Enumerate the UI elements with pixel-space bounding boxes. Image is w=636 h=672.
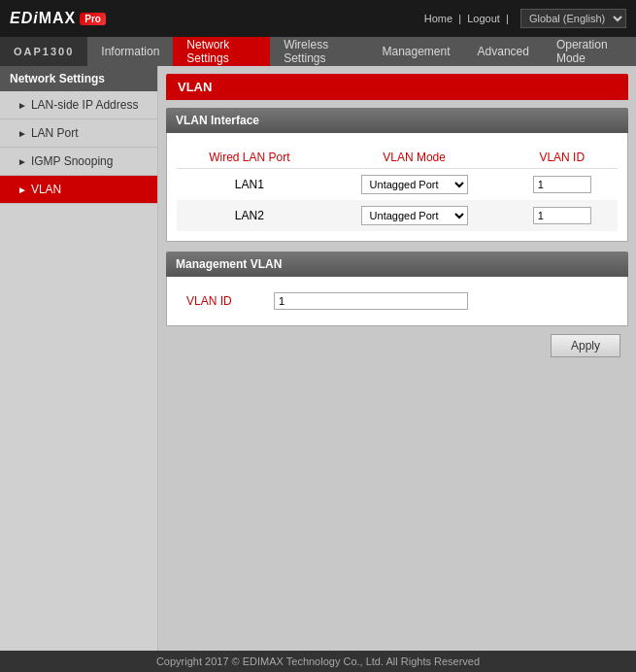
- mode-select-lan1[interactable]: Untagged Port Tagged Port Not Member: [361, 175, 468, 194]
- home-link[interactable]: Home: [424, 13, 452, 24]
- mgmt-vlan-id-label: VLAN ID: [177, 294, 274, 308]
- mode-lan2[interactable]: Untagged Port Tagged Port Not Member: [322, 200, 507, 231]
- vlan-interface-header: VLAN Interface: [166, 108, 628, 133]
- sidebar-item-vlan[interactable]: ► VLAN: [0, 176, 157, 204]
- mgmt-vlan-id-row: VLAN ID: [177, 286, 618, 316]
- main-layout: Network Settings ► LAN-side IP Address ►…: [0, 66, 636, 651]
- sidebar-item-igmp[interactable]: ► IGMP Snooping: [0, 148, 157, 176]
- footer-text: Copyright 2017 © EDIMAX Technology Co., …: [156, 655, 480, 667]
- vlan-table: Wired LAN Port VLAN Mode VLAN ID LAN1 Un…: [177, 147, 618, 231]
- mgmt-vlan-id-input[interactable]: [274, 292, 468, 310]
- management-vlan-body: VLAN ID: [166, 277, 628, 326]
- arrow-icon: ►: [17, 100, 27, 111]
- table-row: LAN1 Untagged Port Tagged Port Not Membe…: [177, 169, 618, 201]
- arrow-icon: ►: [17, 156, 27, 167]
- col-vlan-id: VLAN ID: [506, 147, 618, 169]
- top-nav: OAP1300 Information Network Settings Wir…: [0, 37, 636, 66]
- footer: Copyright 2017 © EDIMAX Technology Co., …: [0, 651, 636, 672]
- button-row: Apply: [166, 326, 628, 365]
- sidebar-item-lan-ip[interactable]: ► LAN-side IP Address: [0, 91, 157, 119]
- table-row: LAN2 Untagged Port Tagged Port Not Membe…: [177, 200, 618, 231]
- logo: EDiMAX Pro: [10, 10, 106, 27]
- col-vlan-mode: VLAN Mode: [322, 147, 507, 169]
- management-vlan-section: Management VLAN VLAN ID: [166, 252, 628, 326]
- nav-item-information[interactable]: Information: [87, 37, 173, 66]
- nav-brand: OAP1300: [0, 37, 87, 66]
- header-right: Home | Logout | Global (English): [424, 9, 626, 28]
- header: EDiMAX Pro Home | Logout | Global (Engli…: [0, 0, 636, 37]
- logo-text: EDiMAX: [10, 10, 76, 27]
- mode-select-lan2[interactable]: Untagged Port Tagged Port Not Member: [361, 206, 468, 225]
- page-title: VLAN: [166, 74, 628, 100]
- apply-button[interactable]: Apply: [551, 334, 620, 357]
- sidebar: Network Settings ► LAN-side IP Address ►…: [0, 66, 158, 651]
- nav-item-network-settings[interactable]: Network Settings: [173, 37, 270, 66]
- mode-lan1[interactable]: Untagged Port Tagged Port Not Member: [322, 169, 507, 201]
- vlanid-lan2[interactable]: [506, 200, 618, 231]
- vlan-interface-body: Wired LAN Port VLAN Mode VLAN ID LAN1 Un…: [166, 133, 628, 242]
- logo-pro-badge: Pro: [80, 13, 106, 25]
- nav-items: Information Network Settings Wireless Se…: [87, 37, 636, 66]
- nav-item-advanced[interactable]: Advanced: [464, 37, 543, 66]
- vlanid-lan1[interactable]: [506, 169, 618, 201]
- vlanid-input-lan1[interactable]: [533, 176, 591, 193]
- port-lan1: LAN1: [177, 169, 322, 201]
- nav-item-operation-mode[interactable]: Operation Mode: [543, 37, 636, 66]
- logout-link[interactable]: Logout: [467, 13, 500, 24]
- arrow-icon: ►: [17, 128, 27, 139]
- arrow-icon: ►: [17, 185, 27, 195]
- sidebar-title: Network Settings: [0, 66, 157, 91]
- vlan-interface-section: VLAN Interface Wired LAN Port VLAN Mode …: [166, 108, 628, 242]
- vlanid-input-lan2[interactable]: [533, 207, 591, 224]
- port-lan2: LAN2: [177, 200, 322, 231]
- col-wired-lan: Wired LAN Port: [177, 147, 322, 169]
- nav-item-management[interactable]: Management: [368, 37, 463, 66]
- management-vlan-header: Management VLAN: [166, 252, 628, 277]
- nav-item-wireless-settings[interactable]: Wireless Settings: [270, 37, 368, 66]
- sidebar-item-lan-port[interactable]: ► LAN Port: [0, 119, 157, 148]
- content: VLAN VLAN Interface Wired LAN Port VLAN …: [158, 66, 636, 651]
- language-select[interactable]: Global (English): [520, 9, 626, 28]
